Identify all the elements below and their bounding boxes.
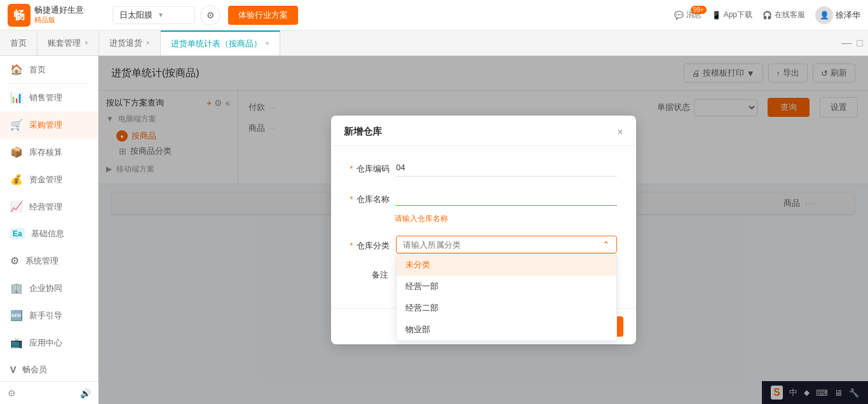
basic-info-icon: Ea <box>10 228 25 239</box>
logo-area: 畅 畅捷通好生意 精品版 <box>8 4 106 27</box>
content-area: 进货单统计(按商品) 🖨 按模板打印 ▼ ↑ 导出 ↺ 刷新 <box>98 56 868 404</box>
app-center-icon: 📺 <box>10 337 23 349</box>
user-item[interactable]: 👤 徐泽华 <box>815 6 860 24</box>
sidebar-item-guide[interactable]: 🆕 新手引导 <box>0 302 98 329</box>
tab-account[interactable]: 账套管理 × <box>37 30 99 55</box>
category-option-property[interactable]: 物业部 <box>397 319 616 340</box>
notes-label: 备注 <box>350 265 388 281</box>
category-input-wrap: ⌃ <box>396 236 616 253</box>
sidebar-item-operations[interactable]: 📈 经营管理 <box>0 193 98 220</box>
avatar: 👤 <box>815 6 833 24</box>
member-icon: V <box>10 365 16 375</box>
sidebar-item-app-center[interactable]: 📺 应用中心 <box>0 329 98 356</box>
sidebar-audio-icon[interactable]: 🔊 <box>80 388 91 398</box>
message-icon: 💬 <box>674 11 684 20</box>
modal-close-button[interactable]: × <box>617 126 623 138</box>
sidebar-item-inventory-label: 库存核算 <box>29 147 62 158</box>
headset-icon: 🎧 <box>763 11 772 20</box>
category-option-property-label: 物业部 <box>405 325 430 334</box>
warehouse-code-input[interactable] <box>396 159 616 177</box>
tab-purchase-stats-close[interactable]: × <box>266 40 269 47</box>
tab-purchase-return[interactable]: 进货退货 × <box>99 30 161 55</box>
sidebar-item-basic[interactable]: Ea 基础信息 <box>0 220 98 247</box>
required-mark-2: * <box>350 194 353 204</box>
guide-icon: 🆕 <box>10 309 23 321</box>
sidebar-item-guide-label: 新手引导 <box>29 310 62 321</box>
sidebar-item-system[interactable]: ⚙ 系统管理 <box>0 247 98 274</box>
warehouse-code-row: * 仓库编码 <box>350 159 617 177</box>
header-right: 💬 消息 99+ 📱 App下载 🎧 在线客服 👤 徐泽华 <box>674 6 860 24</box>
enterprise-icon: 🏢 <box>10 282 23 294</box>
store-selector[interactable]: 日太阳膜 ▼ <box>112 6 195 24</box>
category-input[interactable] <box>403 240 602 250</box>
inventory-icon: 📦 <box>10 146 23 158</box>
warehouse-code-label: * 仓库编码 <box>350 159 390 175</box>
sidebar-item-purchase-label: 采购管理 <box>29 119 62 131</box>
category-option-ops1[interactable]: 经营一部 <box>397 276 616 297</box>
warehouse-name-label-text: 仓库名称 <box>356 194 390 204</box>
top-header: 畅 畅捷通好生意 精品版 日太阳膜 ▼ ⚙ 体验行业方案 💬 消息 99+ 📱 … <box>0 0 868 30</box>
tab-account-close[interactable]: × <box>85 39 88 46</box>
sidebar-item-app-center-label: 应用中心 <box>29 337 62 349</box>
tab-purchase-stats-label: 进货单统计表（按商品） <box>171 38 262 50</box>
tab-purchase-stats[interactable]: 进货单统计表（按商品） × <box>161 30 280 55</box>
category-option-uncategorized[interactable]: 未分类 <box>397 254 616 276</box>
logo-title: 畅捷通好生意 <box>34 5 84 16</box>
error-msg-wrapper: 请输入仓库名称 <box>350 212 617 224</box>
logo-text-block: 畅捷通好生意 精品版 <box>34 5 84 25</box>
app-download-item[interactable]: 📱 App下载 <box>712 10 752 20</box>
sales-icon: 📊 <box>10 91 23 104</box>
tab-minimize-button[interactable]: — <box>841 37 851 49</box>
warehouse-name-input[interactable] <box>396 188 616 206</box>
sidebar-item-home[interactable]: 🏠 首页 <box>0 56 98 83</box>
sidebar-item-basic-label: 基础信息 <box>31 228 64 239</box>
category-option-ops1-label: 经营一部 <box>405 281 438 291</box>
category-field: ⌃ 未分类 经营一部 经营二部 <box>396 236 616 253</box>
warehouse-name-label: * 仓库名称 <box>350 189 390 205</box>
main-layout: 🏠 首页 📊 销售管理 🛒 采购管理 📦 库存核算 💰 资金管理 📈 经营管理 … <box>0 56 868 404</box>
store-name: 日太阳膜 <box>119 10 153 21</box>
sidebar-item-sales-label: 销售管理 <box>29 92 62 104</box>
sidebar-item-operations-label: 经营管理 <box>29 201 62 213</box>
warehouse-name-row: * 仓库名称 请输入仓库名称 <box>350 188 617 224</box>
sidebar-settings-icon[interactable]: ⚙ <box>8 388 16 398</box>
category-option-ops2[interactable]: 经营二部 <box>397 297 616 319</box>
notes-label-text: 备注 <box>372 270 388 279</box>
modal-overlay: 新增仓库 × * 仓库编码 <box>98 56 868 404</box>
sidebar-item-sales[interactable]: 📊 销售管理 <box>0 84 98 111</box>
gear-button[interactable]: ⚙ <box>200 5 220 25</box>
logo-sub: 精品版 <box>34 15 84 25</box>
modal-body: * 仓库编码 * 仓库名称 <box>331 146 636 308</box>
tab-home-label: 首页 <box>10 37 27 49</box>
category-option-uncategorized-label: 未分类 <box>405 260 430 269</box>
online-service-label: 在线客服 <box>775 10 805 20</box>
app-download-label: App下载 <box>724 10 752 20</box>
try-industry-button[interactable]: 体验行业方案 <box>228 6 298 25</box>
tab-purchase-return-label: 进货退货 <box>109 37 142 49</box>
capital-icon: 💰 <box>10 173 23 185</box>
required-mark-3: * <box>350 241 353 250</box>
sidebar-item-system-label: 系统管理 <box>25 255 58 267</box>
modal-title: 新增仓库 <box>344 126 382 138</box>
username: 徐泽华 <box>836 10 860 21</box>
tab-home[interactable]: 首页 <box>0 30 37 55</box>
tab-purchase-return-close[interactable]: × <box>146 39 150 46</box>
sidebar-item-purchase[interactable]: 🛒 采购管理 <box>0 111 98 138</box>
category-toggle-button[interactable]: ⌃ <box>602 239 610 250</box>
online-service-item[interactable]: 🎧 在线客服 <box>763 10 805 20</box>
sidebar-item-enterprise-label: 企业协同 <box>29 283 62 294</box>
sidebar: 🏠 首页 📊 销售管理 🛒 采购管理 📦 库存核算 💰 资金管理 📈 经营管理 … <box>0 56 98 404</box>
message-item[interactable]: 💬 消息 99+ <box>674 10 702 20</box>
sidebar-bottom-bar: ⚙ 🔊 <box>0 381 98 404</box>
message-badge: 99+ <box>691 6 707 14</box>
tab-maximize-button[interactable]: □ <box>857 37 863 49</box>
sidebar-item-inventory[interactable]: 📦 库存核算 <box>0 138 98 166</box>
sidebar-item-enterprise[interactable]: 🏢 企业协同 <box>0 274 98 302</box>
sidebar-item-member[interactable]: V 畅会员 <box>0 356 98 383</box>
home-icon: 🏠 <box>10 64 23 76</box>
store-dropdown-arrow: ▼ <box>158 11 164 18</box>
warehouse-code-label-text: 仓库编码 <box>356 164 390 173</box>
tab-bar: 首页 账套管理 × 进货退货 × 进货单统计表（按商品） × — □ <box>0 30 868 56</box>
sidebar-item-capital[interactable]: 💰 资金管理 <box>0 166 98 193</box>
sidebar-item-home-label: 首页 <box>29 64 46 76</box>
